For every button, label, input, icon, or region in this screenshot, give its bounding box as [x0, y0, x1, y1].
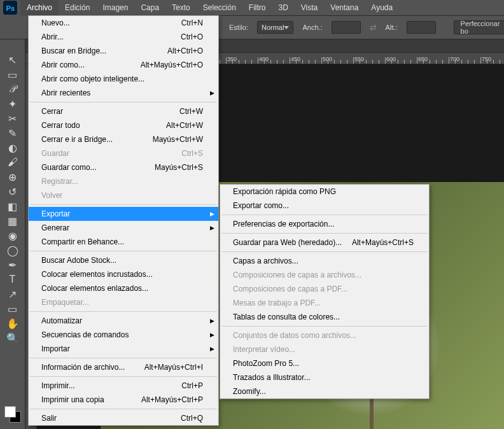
export-menu-item: Conjuntos de datos como archivos...: [220, 328, 429, 342]
type-tool[interactable]: T: [4, 272, 21, 286]
file-menu-item[interactable]: Nuevo...Ctrl+N: [29, 16, 218, 30]
export-menu-item[interactable]: Trazados a Illustrator...: [220, 370, 429, 384]
file-menu-item[interactable]: CerrarCtrl+W: [29, 104, 218, 118]
file-menu-item[interactable]: Cerrar e ir a Bridge...Mayús+Ctrl+W: [29, 132, 218, 146]
marquee-tool[interactable]: ▭: [4, 67, 21, 81]
export-menu-item[interactable]: Tablas de consulta de colores...: [220, 310, 429, 324]
file-menu-item[interactable]: Exportar▶: [29, 207, 218, 221]
eyedropper-tool[interactable]: ✎: [4, 126, 21, 140]
eraser-tool[interactable]: ◧: [4, 199, 21, 213]
export-submenu-dropdown: Exportación rápida como PNGExportar como…: [220, 184, 430, 399]
file-menu-item[interactable]: Colocar elementos enlazados...: [29, 281, 218, 295]
swap-icon[interactable]: ⇄: [370, 23, 377, 32]
stamp-tool[interactable]: ⊕: [4, 170, 21, 184]
estilo-value: Normal: [262, 24, 284, 31]
submenu-arrow-icon: ▶: [210, 211, 214, 217]
menu-vista[interactable]: Vista: [295, 0, 324, 16]
file-menu-item[interactable]: Abrir...Ctrl+O: [29, 30, 218, 44]
submenu-arrow-icon: ▶: [210, 90, 214, 96]
menu-capa[interactable]: Capa: [134, 0, 165, 16]
submenu-arrow-icon: ▶: [210, 318, 214, 324]
path-tool[interactable]: ↗: [4, 287, 21, 301]
brush-tool[interactable]: 🖌: [4, 155, 21, 169]
tools-panel: ↖▭𝒫✦✂✎◐🖌⊕↺◧▦◉◯✒T↗▭✋🔍: [0, 39, 25, 429]
file-menu-item[interactable]: Buscar en Bridge...Alt+Ctrl+O: [29, 44, 218, 58]
export-menu-item: Mesas de trabajo a PDF...: [220, 296, 429, 310]
export-menu-item: Composiciones de capas a PDF...: [220, 282, 429, 296]
submenu-arrow-icon: ▶: [210, 332, 214, 338]
export-menu-item[interactable]: Exportar como...: [220, 199, 429, 213]
color-swatch[interactable]: [4, 406, 21, 423]
move-tool[interactable]: ↖: [4, 53, 21, 67]
file-menu-item[interactable]: Buscar Adobe Stock...: [29, 253, 218, 267]
menu-archivo[interactable]: Archivo: [20, 0, 59, 16]
history-tool[interactable]: ↺: [4, 185, 21, 199]
file-menu-item[interactable]: Colocar elementos incrustados...: [29, 267, 218, 281]
menu-selección[interactable]: Selección: [197, 0, 242, 16]
gradient-tool[interactable]: ▦: [4, 214, 21, 228]
chevron-down-icon: [284, 26, 289, 29]
anch-input[interactable]: [332, 21, 361, 34]
file-menu-item[interactable]: Generar▶: [29, 221, 218, 235]
menu-imagen[interactable]: Imagen: [96, 0, 134, 16]
pen-tool[interactable]: ✒: [4, 258, 21, 272]
dodge-tool[interactable]: ◯: [4, 243, 21, 257]
foreground-color[interactable]: [4, 406, 16, 418]
shape-tool[interactable]: ▭: [4, 302, 21, 316]
heal-tool[interactable]: ◐: [4, 141, 21, 155]
file-menu-item[interactable]: Imprimir...Ctrl+P: [29, 379, 218, 393]
estilo-label: Estilo:: [229, 24, 248, 31]
file-menu-item[interactable]: Abrir como objeto inteligente...: [29, 72, 218, 86]
perfeccionar-button[interactable]: Perfeccionar bo: [454, 20, 504, 34]
estilo-select[interactable]: Normal: [257, 21, 293, 34]
anch-label: Anch.:: [302, 24, 322, 31]
menu-texto[interactable]: Texto: [165, 0, 197, 16]
file-menu-item[interactable]: Compartir en Behance...: [29, 235, 218, 249]
export-menu-item[interactable]: Guardar para Web (heredado)...Alt+Mayús+…: [220, 236, 429, 250]
ps-logo: Ps: [0, 0, 20, 16]
file-menu-item[interactable]: Cerrar todoAlt+Ctrl+W: [29, 118, 218, 132]
file-menu-item[interactable]: Abrir como...Alt+Mayús+Ctrl+O: [29, 58, 218, 72]
menubar: ArchivoEdiciónImagenCapaTextoSelecciónFi…: [20, 0, 399, 16]
file-menu-item[interactable]: Imprimir una copiaAlt+Mayús+Ctrl+P: [29, 393, 218, 407]
export-menu-item[interactable]: PhotoZoom Pro 5...: [220, 356, 429, 370]
lasso-tool[interactable]: 𝒫: [4, 82, 21, 96]
menu-ventana[interactable]: Ventana: [324, 0, 365, 16]
export-menu-item[interactable]: Capas a archivos...: [220, 254, 429, 268]
file-menu-item: Registrar...: [29, 174, 218, 188]
file-menu-item[interactable]: Importar▶: [29, 342, 218, 356]
app-top-bar: Ps ArchivoEdiciónImagenCapaTextoSelecció…: [0, 0, 504, 16]
file-menu-item[interactable]: Secuencias de comandos▶: [29, 328, 218, 342]
crop-tool[interactable]: ✂: [4, 111, 21, 125]
file-menu-item: Empaquetar...: [29, 295, 218, 309]
file-menu-item[interactable]: Automatizar▶: [29, 314, 218, 328]
alt-input[interactable]: [407, 21, 436, 34]
zoom-tool[interactable]: 🔍: [4, 331, 21, 345]
file-menu-item: Volver: [29, 188, 218, 202]
export-menu-item[interactable]: Zoomify...: [220, 384, 429, 398]
menu-ayuda[interactable]: Ayuda: [365, 0, 399, 16]
submenu-arrow-icon: ▶: [210, 346, 214, 352]
export-menu-item[interactable]: Preferencias de exportación...: [220, 217, 429, 231]
file-menu-item[interactable]: Información de archivo...Alt+Mayús+Ctrl+…: [29, 360, 218, 374]
svg-text:Ps: Ps: [6, 4, 15, 12]
file-menu-item[interactable]: Abrir recientes▶: [29, 86, 218, 100]
export-menu-item: Composiciones de capas a archivos...: [220, 268, 429, 282]
blur-tool[interactable]: ◉: [4, 229, 21, 243]
export-menu-item[interactable]: Exportación rápida como PNG: [220, 185, 429, 199]
file-menu-item: GuardarCtrl+S: [29, 146, 218, 160]
file-menu-item[interactable]: Guardar como...Mayús+Ctrl+S: [29, 160, 218, 174]
export-menu-item: Interpretar vídeo...: [220, 342, 429, 356]
menu-edición[interactable]: Edición: [59, 0, 96, 16]
alt-label: Alt.:: [386, 24, 398, 31]
file-menu-item[interactable]: SalirCtrl+Q: [29, 411, 218, 425]
hand-tool[interactable]: ✋: [4, 316, 21, 330]
file-menu-dropdown: Nuevo...Ctrl+NAbrir...Ctrl+OBuscar en Br…: [28, 15, 219, 426]
menu-3d[interactable]: 3D: [272, 0, 294, 16]
submenu-arrow-icon: ▶: [210, 225, 214, 231]
menu-filtro[interactable]: Filtro: [242, 0, 272, 16]
wand-tool[interactable]: ✦: [4, 97, 21, 111]
